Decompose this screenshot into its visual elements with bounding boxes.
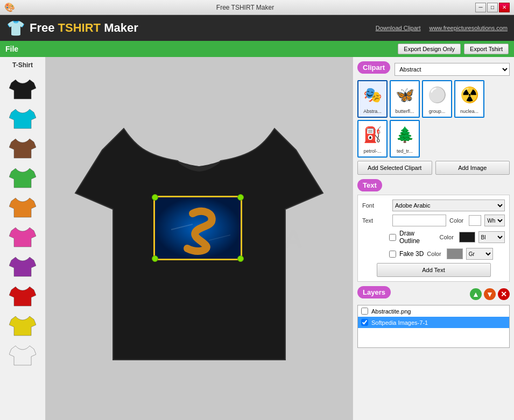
color-swatches-container bbox=[5, 73, 40, 369]
tshirt-color-cyan[interactable] bbox=[5, 103, 40, 132]
window-controls: ─ □ ✕ bbox=[475, 3, 510, 12]
tshirt-color-black[interactable] bbox=[5, 73, 40, 103]
layer-name-1: Softpedia Images-7-1 bbox=[371, 319, 506, 326]
layers-section: Layers ▲ ▼ ✕ Abstractite.png Softpedia I… bbox=[357, 286, 510, 348]
layers-header-row: Layers ▲ ▼ ✕ bbox=[357, 286, 510, 302]
handle-bottom-right[interactable] bbox=[237, 255, 244, 262]
layers-section-header: Layers bbox=[357, 286, 391, 298]
tshirt-color-yellow[interactable] bbox=[5, 310, 40, 339]
text-color-box[interactable] bbox=[469, 215, 481, 226]
draw-outline-checkbox[interactable] bbox=[389, 234, 396, 241]
add-text-button[interactable]: Add Text bbox=[377, 263, 491, 277]
handle-bottom-left[interactable] bbox=[152, 255, 158, 262]
text-input[interactable] bbox=[392, 215, 446, 226]
website-link[interactable]: www.freepicturesolutions.com bbox=[429, 25, 508, 31]
clipart-name-2: group... bbox=[428, 108, 447, 115]
outline-color-select[interactable]: Bl bbox=[478, 231, 505, 243]
maximize-button[interactable]: □ bbox=[487, 3, 498, 12]
layer-checkbox-1[interactable] bbox=[361, 319, 368, 326]
clipart-item-5[interactable]: 🌲 ted_tr... bbox=[390, 120, 420, 158]
font-select[interactable]: Adobe Arabic bbox=[392, 200, 505, 211]
fake3d-label: Fake 3D bbox=[399, 250, 424, 258]
tshirt-color-brown[interactable] bbox=[5, 132, 40, 162]
tshirt-color-pink[interactable] bbox=[5, 221, 40, 251]
clipart-thumb-2: ⚪ bbox=[423, 81, 451, 108]
layer-name-0: Abstractite.png bbox=[371, 308, 506, 315]
window-title: Free TSHIRT Maker bbox=[15, 4, 475, 11]
brand-links: Download Clipart www.freepicturesolution… bbox=[376, 25, 508, 31]
design-svg bbox=[155, 197, 241, 259]
export-design-button[interactable]: Export Design Only bbox=[398, 44, 461, 54]
text-color-label: Color bbox=[449, 217, 463, 224]
fake3d-color-select[interactable]: Gr bbox=[466, 248, 493, 260]
clipart-thumb-0: 🎭 bbox=[358, 81, 386, 108]
clipart-grid: 🎭 Abstra...🦋 butterfl...⚪ group...☢️ nuc… bbox=[357, 80, 510, 158]
clipart-name-5: ted_tr... bbox=[396, 148, 414, 155]
layer-up-button[interactable]: ▲ bbox=[470, 288, 482, 300]
text-section: Text Font Adobe Arabic Text Color Wh bbox=[357, 179, 510, 282]
app-icon: 🎨 bbox=[4, 2, 15, 12]
add-image-button[interactable]: Add Image bbox=[435, 161, 510, 175]
right-panel: Clipart Abstract 🎭 Abstra...🦋 butterfl..… bbox=[353, 57, 514, 420]
fake3d-color-box[interactable] bbox=[447, 248, 463, 259]
clipart-thumb-1: 🦋 bbox=[391, 81, 419, 108]
clipart-name-0: Abstra... bbox=[362, 108, 383, 115]
clipart-category-dropdown[interactable]: Abstract bbox=[395, 63, 510, 76]
canvas-area: SOFTPEDIA bbox=[46, 57, 353, 420]
tshirt-sidebar-label: T-Shirt bbox=[12, 61, 33, 69]
layer-checkbox-0[interactable] bbox=[361, 308, 368, 315]
text-label: Text bbox=[362, 217, 389, 224]
clipart-name-4: petrol-... bbox=[362, 148, 382, 155]
text-section-header: Text bbox=[357, 179, 382, 191]
text-row: Text Color Wh bbox=[362, 215, 505, 226]
download-clipart-link[interactable]: Download Clipart bbox=[376, 25, 421, 31]
main-content: T-Shirt SOFTPEDIA bbox=[0, 57, 514, 420]
layers-list: Abstractite.png Softpedia Images-7-1 bbox=[357, 305, 510, 348]
file-buttons: Export Design Only Export Tshirt bbox=[398, 44, 509, 54]
outline-row: Draw Outline Color Bl bbox=[362, 230, 505, 245]
handle-top-left[interactable] bbox=[152, 194, 158, 201]
fake3d-checkbox[interactable] bbox=[389, 251, 396, 258]
clipart-thumb-3: ☢️ bbox=[455, 81, 483, 108]
clipart-item-2[interactable]: ⚪ group... bbox=[422, 80, 452, 118]
tshirt-color-red[interactable] bbox=[5, 280, 40, 310]
tshirt-color-orange[interactable] bbox=[5, 191, 40, 221]
close-button[interactable]: ✕ bbox=[499, 3, 510, 12]
brand-bar: 👕 Free TSHIRT Maker Download Clipart www… bbox=[0, 15, 514, 41]
layer-down-button[interactable]: ▼ bbox=[484, 288, 496, 300]
minimize-button[interactable]: ─ bbox=[475, 3, 486, 12]
tshirt-sidebar: T-Shirt bbox=[0, 57, 46, 420]
design-image bbox=[155, 197, 241, 259]
add-selected-clipart-button[interactable]: Add Selected Clipart bbox=[357, 161, 432, 175]
layer-delete-button[interactable]: ✕ bbox=[498, 288, 510, 300]
tshirt-preview bbox=[70, 96, 328, 381]
clipart-item-4[interactable]: ⛽ petrol-... bbox=[357, 120, 388, 158]
handle-top-right[interactable] bbox=[237, 194, 244, 201]
layer-item-1[interactable]: Softpedia Images-7-1 bbox=[358, 317, 509, 328]
fake3d-color-label: Color bbox=[427, 251, 441, 257]
tshirt-color-white[interactable] bbox=[5, 339, 40, 369]
clipart-section-header: Clipart bbox=[357, 61, 390, 74]
clipart-thumb-4: ⛽ bbox=[358, 121, 386, 148]
file-bar: File Export Design Only Export Tshirt bbox=[0, 41, 514, 57]
brand-logo: 👕 Free TSHIRT Maker bbox=[6, 19, 138, 37]
clipart-buttons: Add Selected Clipart Add Image bbox=[357, 161, 510, 175]
font-row: Font Adobe Arabic bbox=[362, 200, 505, 211]
export-tshirt-button[interactable]: Export Tshirt bbox=[464, 44, 509, 54]
clipart-item-0[interactable]: 🎭 Abstra... bbox=[357, 80, 388, 118]
clipart-item-3[interactable]: ☢️ nuclea... bbox=[454, 80, 484, 118]
tshirt-color-purple[interactable] bbox=[5, 251, 40, 280]
clipart-item-1[interactable]: 🦋 butterfl... bbox=[390, 80, 420, 118]
text-color-select[interactable]: Wh bbox=[484, 215, 505, 226]
clipart-section: Clipart Abstract 🎭 Abstra...🦋 butterfl..… bbox=[357, 61, 510, 179]
clipart-name-3: nuclea... bbox=[459, 108, 480, 115]
title-bar: 🎨 Free TSHIRT Maker ─ □ ✕ bbox=[0, 0, 514, 15]
tshirt-color-green[interactable] bbox=[5, 162, 40, 191]
brand-text: Free TSHIRT Maker bbox=[30, 21, 138, 35]
outline-color-box[interactable] bbox=[459, 232, 475, 243]
design-overlay[interactable] bbox=[153, 196, 242, 260]
clipart-name-1: butterfl... bbox=[394, 108, 415, 115]
draw-outline-label: Draw Outline bbox=[399, 230, 436, 245]
file-label: File bbox=[5, 45, 18, 53]
layer-item-0[interactable]: Abstractite.png bbox=[358, 305, 509, 317]
